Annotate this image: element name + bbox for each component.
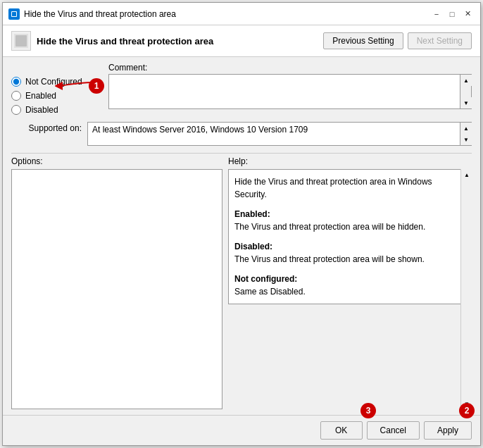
help-content-wrapper: Hide the Virus and threat protection are… <box>228 169 472 409</box>
help-not-configured-title: Not configured: <box>234 273 446 285</box>
help-scrollbar: ▲ ▼ <box>460 169 472 409</box>
supported-scrollbar: ▲ ▼ <box>460 122 472 146</box>
ok-button[interactable]: OK <box>320 421 363 440</box>
apply-button[interactable]: Apply <box>424 421 472 440</box>
help-disabled-body: The Virus and threat protection area wil… <box>234 253 446 266</box>
header-buttons: Previous Setting Next Setting <box>323 32 472 49</box>
help-not-configured-body: Same as Disabled. <box>234 285 446 298</box>
supported-scroll-up[interactable]: ▲ <box>460 123 472 134</box>
svg-rect-4 <box>15 35 27 46</box>
comment-label: Comment: <box>108 63 472 73</box>
svg-rect-2 <box>12 12 16 16</box>
radio-disabled-label: Disabled <box>25 105 58 115</box>
previous-setting-button[interactable]: Previous Setting <box>323 32 403 49</box>
options-header: Options: <box>11 156 222 166</box>
radio-group-container: Not Configured Enabled Disabled 1 <box>11 63 103 115</box>
maximize-button[interactable]: □ <box>445 7 459 21</box>
supported-section: Supported on: At least Windows Server 20… <box>11 122 472 146</box>
header-title: Hide the Virus and threat protection are… <box>37 36 213 46</box>
window-title: Hide the Virus and threat protection are… <box>24 9 176 19</box>
header-bar: Hide the Virus and threat protection are… <box>3 25 480 57</box>
radio-enabled-input[interactable] <box>11 91 21 101</box>
help-enabled-title: Enabled: <box>234 208 446 220</box>
radio-enabled-label: Enabled <box>25 91 56 101</box>
supported-value: At least Windows Server 2016, Windows 10… <box>87 122 460 146</box>
options-content <box>11 169 222 409</box>
next-setting-button[interactable]: Next Setting <box>408 32 472 49</box>
minimize-button[interactable]: − <box>429 7 444 21</box>
supported-scroll-down[interactable]: ▼ <box>460 134 472 145</box>
radio-disabled[interactable]: Disabled <box>11 105 103 115</box>
help-scroll-up[interactable]: ▲ <box>461 169 472 180</box>
main-window: Hide the Virus and threat protection are… <box>2 2 481 446</box>
radio-disabled-input[interactable] <box>11 105 21 115</box>
radio-group: Not Configured Enabled Disabled <box>11 63 103 115</box>
options-help-section: Options: Help: Hide the Virus and threat… <box>11 156 472 409</box>
comment-scroll-up[interactable]: ▲ <box>460 75 472 86</box>
radio-not-configured-input[interactable] <box>11 77 21 87</box>
title-bar: Hide the Virus and threat protection are… <box>3 3 480 25</box>
cancel-button[interactable]: Cancel <box>367 421 420 440</box>
divider <box>11 153 472 154</box>
radio-not-configured[interactable]: Not Configured <box>11 77 103 87</box>
title-bar-left: Hide the Virus and threat protection are… <box>8 8 176 20</box>
main-content: Not Configured Enabled Disabled 1 <box>3 57 480 415</box>
comment-scrollbar: ▲ ▼ <box>460 74 472 109</box>
footer: 3 2 OK Cancel Apply <box>3 415 480 445</box>
supported-label: Supported on: <box>11 122 82 133</box>
help-disabled-title: Disabled: <box>234 240 446 253</box>
help-header: Help: <box>228 156 472 166</box>
comment-section: Comment: ▲ ▼ <box>108 63 472 115</box>
comment-textarea[interactable] <box>108 74 460 109</box>
help-scroll-down[interactable]: ▼ <box>461 398 472 409</box>
help-panel: Help: Hide the Virus and threat protecti… <box>228 156 472 409</box>
help-content: Hide the Virus and threat protection are… <box>228 169 472 304</box>
radio-enabled[interactable]: Enabled <box>11 91 103 101</box>
title-bar-buttons: − □ ✕ <box>429 7 475 21</box>
radio-not-configured-label: Not Configured <box>25 77 82 87</box>
comment-scroll-down[interactable]: ▼ <box>460 97 472 108</box>
app-icon <box>8 8 20 20</box>
help-text: Hide the Virus and threat protection are… <box>234 175 457 298</box>
top-section: Not Configured Enabled Disabled 1 <box>11 63 472 115</box>
help-enabled-body: The Virus and threat protection area wil… <box>234 220 446 233</box>
options-panel: Options: <box>11 156 222 409</box>
help-intro: Hide the Virus and threat protection are… <box>234 175 446 201</box>
header-icon <box>11 31 31 51</box>
close-button[interactable]: ✕ <box>460 7 475 21</box>
